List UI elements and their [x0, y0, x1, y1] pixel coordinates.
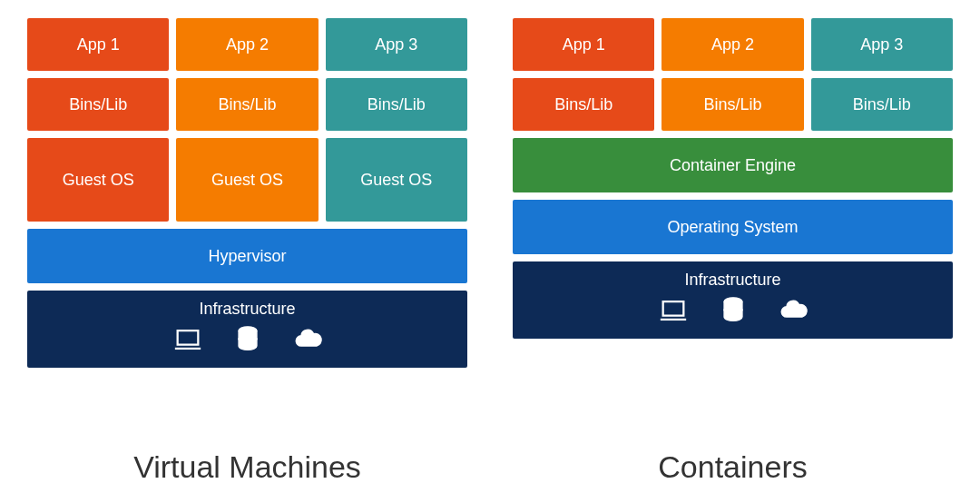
vm-title: Virtual Machines — [27, 449, 467, 485]
ct-os-box: Operating System — [513, 200, 953, 254]
ct-engine-box: Container Engine — [513, 138, 953, 192]
vm-app-box: App 3 — [326, 18, 467, 71]
database-icon — [718, 295, 749, 326]
ct-infrastructure-box: Infrastructure — [513, 261, 953, 339]
ct-bins-row: Bins/Lib Bins/Lib Bins/Lib — [513, 78, 953, 131]
ct-apps-row: App 1 App 2 App 3 — [513, 18, 953, 71]
vm-hypervisor-box: Hypervisor — [27, 229, 467, 283]
vm-infrastructure-box: Infrastructure — [27, 291, 467, 368]
ct-app-box: App 1 — [513, 18, 654, 71]
vm-guestos-box: Guest OS — [326, 138, 467, 222]
vm-bins-row: Bins/Lib Bins/Lib Bins/Lib — [27, 78, 467, 131]
laptop-icon — [658, 295, 689, 326]
vm-app-box: App 1 — [27, 18, 169, 71]
ct-stack: App 1 App 2 App 3 Bins/Lib Bins/Lib Bins… — [513, 18, 953, 485]
ct-bins-box: Bins/Lib — [662, 78, 803, 131]
laptop-icon — [172, 324, 203, 355]
vm-infra-icons — [172, 324, 323, 355]
vm-diagram: App 1 App 2 App 3 Bins/Lib Bins/Lib Bins… — [27, 18, 467, 368]
vm-stack: App 1 App 2 App 3 Bins/Lib Bins/Lib Bins… — [27, 18, 467, 485]
vm-app-box: App 2 — [176, 18, 318, 71]
vm-guestos-box: Guest OS — [27, 138, 169, 222]
vm-infrastructure-label: Infrastructure — [199, 300, 295, 319]
vm-bins-box: Bins/Lib — [176, 78, 318, 131]
ct-infra-icons — [658, 295, 808, 326]
vm-bins-box: Bins/Lib — [27, 78, 169, 131]
vm-guestos-row: Guest OS Guest OS Guest OS — [27, 138, 467, 222]
ct-bins-box: Bins/Lib — [811, 78, 953, 131]
ct-app-box: App 2 — [662, 18, 803, 71]
database-icon — [232, 324, 263, 355]
vm-guestos-box: Guest OS — [176, 138, 318, 222]
vm-apps-row: App 1 App 2 App 3 — [27, 18, 467, 71]
cloud-icon — [778, 295, 808, 326]
ct-diagram: App 1 App 2 App 3 Bins/Lib Bins/Lib Bins… — [513, 18, 953, 339]
ct-bins-box: Bins/Lib — [513, 78, 654, 131]
cloud-icon — [292, 324, 323, 355]
ct-infrastructure-label: Infrastructure — [684, 271, 780, 290]
ct-app-box: App 3 — [811, 18, 953, 71]
ct-title: Containers — [513, 449, 953, 485]
vm-bins-box: Bins/Lib — [326, 78, 467, 131]
